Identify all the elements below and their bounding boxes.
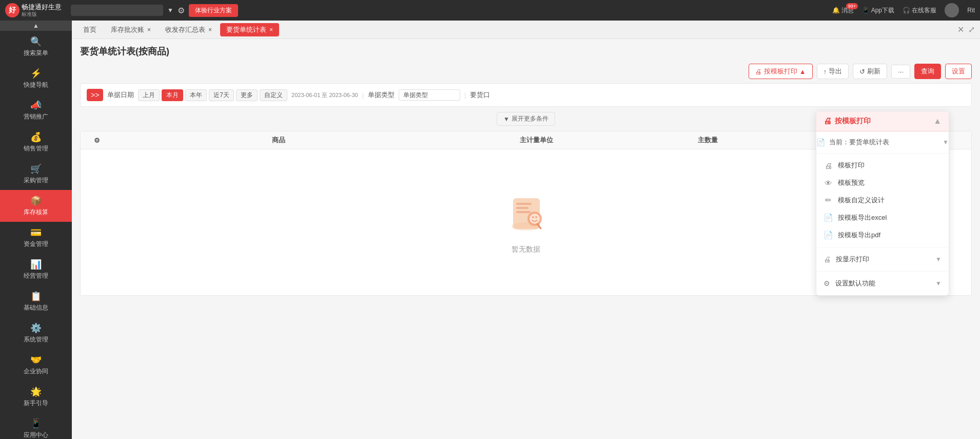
settings-button[interactable]: 设置 xyxy=(945,64,972,79)
sidebar-item-operations[interactable]: 📊 经营管理 xyxy=(0,254,72,285)
date-btn-7days[interactable]: 近7天 xyxy=(209,89,234,101)
app-center-icon: 📱 xyxy=(30,418,42,429)
toolbar-row: 🖨 按模板打印 ▲ ↑ 导出 ↺ 刷新 ··· 查询 设置 xyxy=(80,64,972,79)
service-icon: 🎧 xyxy=(903,7,910,14)
dropdown-set-default[interactable]: ⚙ 设置默认功能 ▼ xyxy=(816,275,949,292)
th-goods: 商品 xyxy=(107,136,450,145)
sidebar-label-operations: 经营管理 xyxy=(24,272,48,280)
dropdown-item-export-pdf[interactable]: 📄 按模板导出pdf xyxy=(816,226,949,244)
date-btn-custom[interactable]: 自定义 xyxy=(260,89,287,101)
sidebar-label-guide: 新手引导 xyxy=(24,399,48,408)
filter-divider: | xyxy=(362,91,364,99)
tab-close-all-button[interactable]: ✕ xyxy=(957,25,964,34)
search-input[interactable] xyxy=(71,5,163,16)
date-btn-more[interactable]: 更多 xyxy=(236,89,258,101)
template-print-icon: 🖨 xyxy=(824,161,833,170)
tab-inventory-batch-label: 库存批次账 xyxy=(111,25,144,34)
date-btn-this-year[interactable]: 本年 xyxy=(185,89,207,101)
operations-icon: 📊 xyxy=(30,259,42,270)
dropdown-display-print[interactable]: 🖨 按显示打印 ▼ xyxy=(816,251,949,268)
dropdown-display-section: 🖨 按显示打印 ▼ xyxy=(816,247,949,272)
expand-more-button[interactable]: ▼ 展开更多条件 xyxy=(497,112,555,126)
sidebar-item-sales[interactable]: 💰 销售管理 xyxy=(0,126,72,158)
template-custom-label: 模板自定义设计 xyxy=(838,196,885,205)
print-button[interactable]: 🖨 按模板打印 ▲ xyxy=(749,64,813,79)
username-label: Rit xyxy=(967,7,975,14)
enterprise-icon: 🤝 xyxy=(30,354,42,366)
sidebar-scroll-up[interactable]: ▲ xyxy=(0,21,72,31)
sidebar-item-system[interactable]: ⚙️ 系统管理 xyxy=(0,317,72,349)
sidebar-item-inventory[interactable]: 📦 库存核算 xyxy=(0,190,72,222)
sidebar-label-basic: 基础信息 xyxy=(24,303,48,312)
sidebar-item-search[interactable]: 🔍 搜索菜单 xyxy=(0,31,72,63)
dropdown-current-item[interactable]: 📄 当前：要货单统计表 ▼ xyxy=(816,135,949,150)
empty-illustration xyxy=(503,190,549,237)
set-default-arrow: ▼ xyxy=(935,280,942,287)
sidebar-label-inventory: 库存核算 xyxy=(24,208,48,217)
search-dropdown-icon[interactable]: ▼ xyxy=(167,7,173,14)
sidebar-label-sales: 销售管理 xyxy=(24,144,48,153)
sidebar-item-purchase[interactable]: 🛒 采购管理 xyxy=(0,158,72,190)
sidebar-item-app-center[interactable]: 📱 应用中心 xyxy=(0,413,72,439)
th-settings[interactable]: ⚙ xyxy=(87,137,107,144)
app-download-button[interactable]: 📱 App下载 xyxy=(862,6,894,15)
query-button[interactable]: 查询 xyxy=(914,64,941,79)
type-filter-select[interactable]: 单据类型 xyxy=(399,89,460,101)
tab-inventory-batch-close[interactable]: × xyxy=(147,26,151,33)
online-service-button[interactable]: 🎧 在线客服 xyxy=(903,6,936,15)
tab-order-stats-close[interactable]: × xyxy=(269,26,273,33)
svg-rect-2 xyxy=(516,203,532,205)
dropdown-item-export-excel[interactable]: 📄 按模板导出excel xyxy=(816,209,949,226)
app-download-label: App下载 xyxy=(871,7,894,14)
page-title: 要货单统计表(按商品) xyxy=(80,45,972,58)
sidebar-item-quick-nav[interactable]: ⚡ 快捷导航 xyxy=(0,63,72,94)
sidebar-label-quick-nav: 快捷导航 xyxy=(24,81,48,89)
bell-icon: 🔔 xyxy=(832,7,840,14)
sidebar-label-capital: 资金管理 xyxy=(24,240,48,249)
th-unit: 主计量单位 xyxy=(450,136,622,145)
sidebar-label-enterprise: 企业协同 xyxy=(24,367,48,376)
dropdown-defaults-section: ⚙ 设置默认功能 ▼ xyxy=(816,272,949,295)
sidebar-item-basic[interactable]: 📋 基础信息 xyxy=(0,285,72,317)
tab-receipt-summary[interactable]: 收发存汇总表 × xyxy=(159,23,218,36)
dropdown-item-preview[interactable]: 👁 模板预览 xyxy=(816,174,949,192)
main-layout: ▲ 🔍 搜索菜单 ⚡ 快捷导航 📣 营销推广 💰 销售管理 🛒 采购管理 📦 库… xyxy=(0,21,980,439)
avatar[interactable] xyxy=(945,3,959,17)
more-button[interactable]: ··· xyxy=(891,65,910,79)
messages-button[interactable]: 🔔 消息 99+ xyxy=(832,6,854,15)
date-btn-this-month[interactable]: 本月 xyxy=(162,89,183,101)
export-button[interactable]: ↑ 导出 xyxy=(817,64,849,79)
refresh-icon: ↺ xyxy=(859,68,865,75)
display-print-label: 按显示打印 xyxy=(836,255,869,264)
filter-expand-button[interactable]: >> xyxy=(87,89,103,101)
dropdown-header: 🖨 按模板打印 ▲ xyxy=(816,111,949,131)
dropdown-item-print[interactable]: 🖨 模板打印 xyxy=(816,157,949,174)
print-header-icon: 🖨 xyxy=(824,117,832,126)
filter-divider2: | xyxy=(464,91,466,99)
sidebar: ▲ 🔍 搜索菜单 ⚡ 快捷导航 📣 营销推广 💰 销售管理 🛒 采购管理 📦 库… xyxy=(0,21,72,439)
goods-type-label: 要货口 xyxy=(470,90,490,100)
tab-inventory-batch[interactable]: 库存批次账 × xyxy=(105,23,157,36)
svg-point-9 xyxy=(535,216,537,218)
export-icon: ↑ xyxy=(824,68,827,75)
tab-expand-button[interactable]: ⤢ xyxy=(968,25,975,34)
sidebar-item-marketing[interactable]: 📣 营销推广 xyxy=(0,94,72,126)
sidebar-item-guide[interactable]: 🌟 新手引导 xyxy=(0,381,72,413)
logo-sub-text: 标准版 xyxy=(22,11,62,17)
date-range-display: 2023-06-01 至 2023-06-30 xyxy=(291,91,358,99)
sidebar-item-enterprise[interactable]: 🤝 企业协同 xyxy=(0,349,72,381)
tab-home[interactable]: 首页 xyxy=(77,23,103,36)
tab-receipt-summary-close[interactable]: × xyxy=(208,26,212,33)
date-btn-prev-month[interactable]: 上月 xyxy=(138,89,160,101)
marketing-icon: 📣 xyxy=(30,100,42,111)
svg-point-6 xyxy=(530,214,540,224)
dropdown-item-custom[interactable]: ✏ 模板自定义设计 xyxy=(816,192,949,209)
sidebar-label-app-center: 应用中心 xyxy=(24,431,48,439)
sidebar-item-capital[interactable]: 💳 资金管理 xyxy=(0,222,72,254)
sidebar-label-system: 系统管理 xyxy=(24,335,48,344)
refresh-button[interactable]: ↺ 刷新 xyxy=(853,64,887,79)
settings-icon[interactable]: ⚙ xyxy=(178,6,185,15)
tab-order-stats[interactable]: 要货单统计表 × xyxy=(220,23,279,36)
trial-button[interactable]: 体验行业方案 xyxy=(189,4,238,17)
dropdown-close-button[interactable]: ▲ xyxy=(933,117,942,126)
